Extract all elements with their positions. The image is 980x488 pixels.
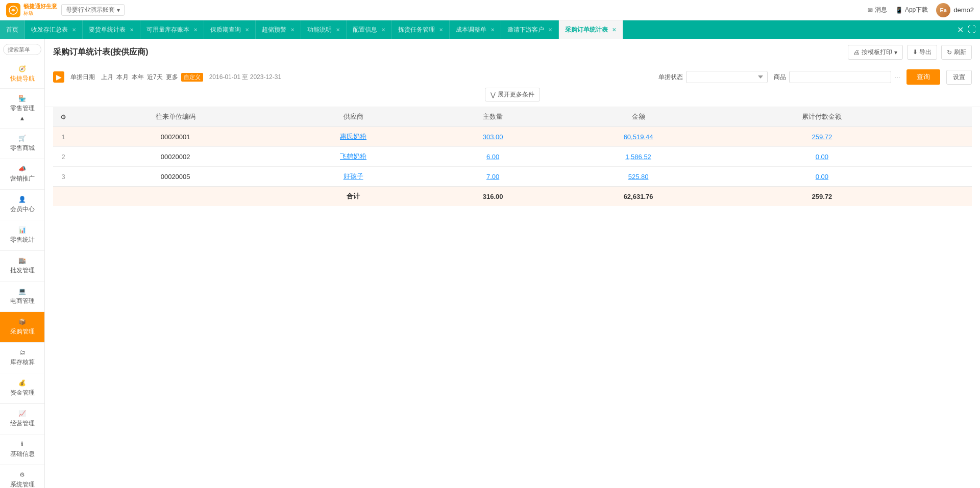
tab-over-stock-close[interactable]: ✕ [290, 27, 295, 33]
sidebar-item-wholesale-mgmt[interactable]: 🏬 批发管理 [0, 251, 44, 281]
shortcut-this-year[interactable]: 本年 [132, 73, 144, 82]
tab-func-desc[interactable]: 功能说明 ✕ [301, 20, 347, 39]
message-btn[interactable]: ✉ 消息 [868, 6, 887, 14]
expand-conditions-btn[interactable]: ⋁ 展开更多条件 [485, 88, 540, 101]
tab-invite-downstream-close[interactable]: ✕ [548, 27, 552, 33]
tab-picking-task-close[interactable]: ✕ [439, 27, 443, 33]
supplier-link[interactable]: 好孩子 [344, 172, 363, 180]
tab-goods-summary-close[interactable]: ✕ [130, 27, 134, 33]
gear-icon: ⚙ [19, 471, 25, 478]
sidebar-item-system-mgmt[interactable]: ⚙ 系统管理 [0, 465, 44, 488]
sidebar-item-member-center[interactable]: 👤 会员中心 [0, 190, 44, 220]
cell-row-num: 3 [53, 167, 74, 187]
table-footer-row: 合计 316.00 62,631.76 259.72 [53, 187, 972, 207]
tab-config-info-close[interactable]: ✕ [381, 27, 385, 33]
tab-available-stock[interactable]: 可用量库存账本 ✕ [140, 20, 204, 39]
tab-expand-icon[interactable]: ⛶ [968, 25, 976, 34]
template-print-btn[interactable]: 🖨 按模板打印 ▾ [848, 45, 903, 60]
goods-input[interactable] [789, 71, 891, 83]
search-input[interactable] [3, 44, 41, 55]
col-unit-code: 往来单位编码 [74, 107, 277, 127]
sidebar-item-purchase-mgmt[interactable]: 📦 采购管理 [0, 312, 44, 343]
cell-actions [924, 127, 972, 147]
sidebar-item-retail-stat[interactable]: 📊 零售统计 [0, 220, 44, 251]
tab-picking-task[interactable]: 拣货任务管理 ✕ [392, 20, 450, 39]
expand-row: ⋁ 展开更多条件 [53, 88, 972, 101]
app-download-btn[interactable]: 📱 App下载 [895, 6, 928, 14]
tab-warranty[interactable]: 保质期查询 ✕ [204, 20, 256, 39]
tab-purchase-summary-close[interactable]: ✕ [612, 27, 616, 33]
custom-badge[interactable]: 自定义 [181, 73, 203, 82]
amount-link[interactable]: 1,586.52 [625, 153, 651, 161]
member-icon: 👤 [18, 196, 26, 203]
user-area[interactable]: Ea demo2 [936, 3, 974, 17]
tab-home[interactable]: 首页 [0, 20, 25, 39]
amount-link[interactable]: 60,519.44 [624, 133, 653, 141]
tab-available-stock-close[interactable]: ✕ [193, 27, 198, 33]
tab-cost-adjust[interactable]: 成本调整单 ✕ [450, 20, 501, 39]
tab-invite-downstream[interactable]: 邀请下游客户 ✕ [501, 20, 559, 39]
workspace-selector[interactable]: 母婴行业演示账套 ▾ [61, 4, 125, 16]
supplier-link[interactable]: 惠氏奶粉 [340, 133, 366, 140]
tab-close-all-icon[interactable]: ✕ [957, 25, 964, 35]
info-icon: ℹ [21, 441, 23, 448]
tab-func-desc-close[interactable]: ✕ [336, 27, 340, 33]
sidebar-item-ecommerce-mgmt[interactable]: 💻 电商管理 [0, 281, 44, 312]
tab-receive-pay-close[interactable]: ✕ [72, 27, 76, 33]
footer-extra [924, 187, 972, 207]
filter-row-main: ▶ 单据日期 上月 本月 本年 近7天 更多 自定义 2016-01-01 至 … [53, 69, 972, 85]
status-select[interactable] [686, 71, 768, 83]
col-settings[interactable]: ⚙ [53, 107, 74, 127]
footer-empty2 [74, 187, 277, 207]
sidebar-item-quick-nav[interactable]: 🧭 快捷导航 [0, 60, 44, 89]
sidebar-item-retail-store[interactable]: 🛒 零售商城 [0, 129, 44, 159]
refresh-btn[interactable]: ↻ 刷新 [941, 45, 972, 60]
quantity-link[interactable]: 303.00 [483, 133, 503, 141]
shortcut-7days[interactable]: 近7天 [147, 73, 163, 82]
cell-code: 00020005 [74, 167, 277, 187]
settings-btn[interactable]: 设置 [946, 70, 972, 85]
sidebar-item-retail-mgmt[interactable]: 🏪 零售管理 ▲ [0, 89, 44, 129]
sidebar-item-inventory-check[interactable]: 🗂 库存核算 [0, 343, 44, 373]
sidebar-item-marketing[interactable]: 📣 营销推广 [0, 159, 44, 190]
tab-purchase-summary[interactable]: 采购订单统计表 ✕ [559, 20, 623, 39]
shortcut-more[interactable]: 更多 [166, 73, 178, 82]
cell-row-num: 2 [53, 147, 74, 167]
footer-paid: 259.72 [720, 187, 924, 207]
tab-cost-adjust-close[interactable]: ✕ [491, 27, 495, 33]
shortcut-this-month[interactable]: 本月 [116, 73, 129, 82]
tab-config-info-label: 配置信息 [353, 25, 377, 34]
app-download-label: App下载 [905, 6, 928, 14]
cell-amount: 525.80 [556, 167, 720, 187]
amount-link[interactable]: 525.80 [628, 173, 649, 181]
tab-warranty-close[interactable]: ✕ [245, 27, 249, 33]
quantity-link[interactable]: 7.00 [486, 173, 499, 181]
export-btn[interactable]: ⬇ 导出 [907, 45, 937, 60]
cell-code: 00020001 [74, 127, 277, 147]
goods-more-icon[interactable]: ··· [894, 73, 900, 81]
cell-amount: 1,586.52 [556, 147, 720, 167]
home-label: 首页 [6, 25, 18, 34]
quantity-link[interactable]: 6.00 [486, 153, 499, 161]
dropdown-arrow-icon: ▾ [894, 49, 897, 56]
paid-link[interactable]: 0.00 [816, 173, 828, 181]
tab-available-stock-label: 可用量库存账本 [146, 25, 189, 34]
tab-invite-downstream-label: 邀请下游客户 [507, 25, 544, 34]
paid-link[interactable]: 0.00 [816, 153, 828, 161]
paid-link[interactable]: 259.72 [812, 133, 832, 141]
sidebar-item-basic-info[interactable]: ℹ 基础信息 [0, 434, 44, 465]
sidebar-item-operations-mgmt[interactable]: 📈 经营管理 [0, 404, 44, 434]
shortcut-last-month[interactable]: 上月 [101, 73, 113, 82]
table-row: 2 00020002 飞鹤奶粉 6.00 1,586.52 [53, 147, 972, 167]
tab-receive-pay[interactable]: 收发存汇总表 ✕ [25, 20, 83, 39]
cell-quantity: 7.00 [429, 167, 557, 187]
shop-icon: 🏪 [18, 95, 26, 102]
filter-toggle-btn[interactable]: ▶ [53, 71, 64, 83]
sidebar-item-finance-mgmt[interactable]: 💰 资金管理 [0, 373, 44, 404]
tab-config-info[interactable]: 配置信息 ✕ [347, 20, 392, 39]
query-btn[interactable]: 查询 [906, 69, 940, 85]
tab-over-stock[interactable]: 超储预警 ✕ [256, 20, 301, 39]
avatar: Ea [936, 3, 950, 17]
tab-goods-summary[interactable]: 要货单统计表 ✕ [83, 20, 140, 39]
supplier-link[interactable]: 飞鹤奶粉 [340, 152, 366, 160]
